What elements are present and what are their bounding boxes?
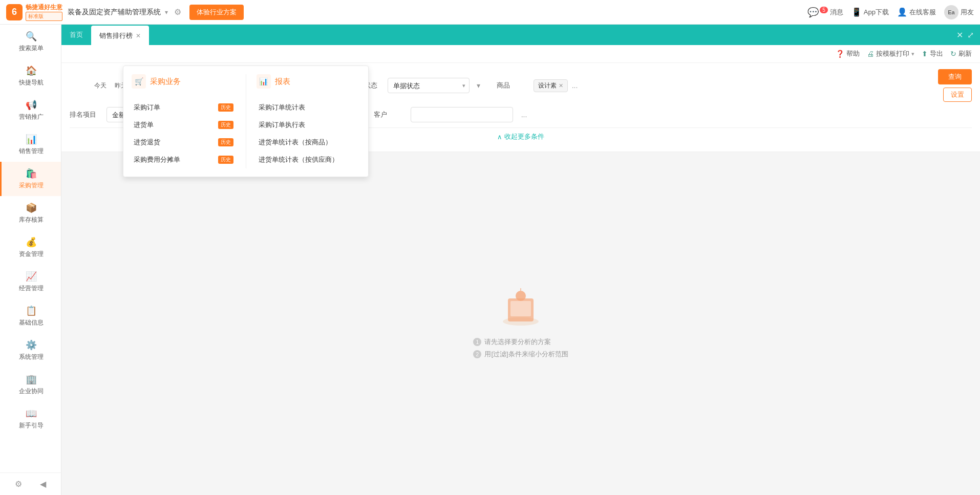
sidebar-item-purchase-label: 采购管理 (19, 181, 44, 190)
customer-input[interactable] (411, 107, 513, 122)
collapse-sidebar-icon[interactable]: ◀ (40, 479, 46, 489)
tab-home[interactable]: 首页 (61, 25, 91, 45)
dropdown-item-purchase-order[interactable]: 采购订单 历史 (132, 99, 236, 116)
svg-rect-2 (510, 301, 531, 316)
inbound-return-label: 进货退货 (134, 138, 160, 147)
purchase-header-title: 采购业务 (150, 77, 181, 87)
help-btn[interactable]: ❓ 帮助 (836, 49, 860, 58)
sidebar-item-purchase[interactable]: 🛍️ 采购管理 (0, 162, 61, 196)
empty-illustration (495, 288, 546, 331)
sidebar-item-enterprise[interactable]: 🏢 企业协同 (0, 368, 61, 402)
purchase-icon: 🛍️ (26, 168, 37, 179)
dropdown-item-inbound[interactable]: 进货单 历史 (132, 116, 236, 134)
purchase-order-history[interactable]: 历史 (218, 103, 233, 112)
header-right: 💬 5 消息 📱 App下载 👤 在线客服 Ea 用友 (807, 5, 974, 19)
purchase-order-exec-label: 采购订单执行表 (259, 120, 305, 130)
customer-dots[interactable]: ... (521, 111, 527, 119)
sidebar-item-quick-nav-label: 快捷导航 (19, 78, 44, 87)
sidebar-item-search[interactable]: 🔍 搜索菜单 (0, 25, 61, 59)
report-header-icon: 📊 (257, 74, 271, 89)
inbound-history[interactable]: 历史 (218, 121, 233, 129)
set-btn[interactable]: 设置 (943, 88, 972, 102)
refresh-btn[interactable]: ↻ 刷新 (950, 49, 972, 58)
online-service-item[interactable]: 👤 在线客服 (897, 7, 936, 17)
sales-icon: 📊 (26, 134, 37, 145)
sidebar-item-basic-info[interactable]: 📋 基础信息 (0, 299, 61, 333)
sidebar-item-guide[interactable]: 📖 新手引导 (0, 402, 61, 436)
user-name: 用友 (961, 8, 974, 17)
inventory-icon: 📦 (26, 202, 37, 213)
operations-icon: 📈 (26, 271, 37, 282)
system-title-text: 装备及固定资产辅助管理系统 (68, 8, 161, 17)
system-settings-icon[interactable]: ⚙ (174, 7, 181, 17)
home-icon: 🏠 (26, 65, 37, 76)
sidebar-item-marketing[interactable]: 📢 营销推广 (0, 93, 61, 127)
main-layout: 🔍 搜索菜单 🏠 快捷导航 📢 营销推广 📊 销售管理 🛍️ 采购管理 📦 库存… (0, 25, 980, 495)
order-status-dots[interactable]: ▾ (477, 81, 480, 90)
tip-number-1: 1 (473, 338, 481, 346)
sidebar-item-quick-nav[interactable]: 🏠 快捷导航 (0, 59, 61, 93)
inbound-return-history[interactable]: 历史 (218, 138, 233, 146)
tab-expand-icon[interactable]: ⤢ (967, 30, 974, 40)
export-btn[interactable]: ⬆ 导出 (922, 49, 943, 58)
content-area: 首页 销售排行榜 ✕ ✕ ⤢ ❓ 帮助 🖨 按模板打印 (61, 25, 980, 495)
purchase-order-label: 采购订单 (134, 103, 160, 112)
sidebar-item-marketing-label: 营销推广 (19, 113, 44, 121)
message-icon-item[interactable]: 💬 5 消息 (807, 7, 843, 18)
empty-tips: 1 请先选择要分析的方案 2 用[过滤]条件来缩小分析范围 (473, 337, 568, 359)
sidebar-item-inventory-label: 库存核算 (19, 216, 44, 224)
filter-right-btns: 查询 设置 (938, 69, 972, 102)
logo-text: 畅捷通好生意 标准版 (26, 3, 62, 21)
refresh-icon: ↻ (950, 50, 956, 58)
tab-close-all-icon[interactable]: ✕ (956, 30, 963, 40)
sidebar-item-operations-label: 经营管理 (19, 284, 44, 293)
query-btn[interactable]: 查询 (938, 69, 972, 84)
user-area[interactable]: Ea 用友 (944, 5, 974, 19)
rank-item-label: 排名项目 (70, 110, 100, 119)
tab-sales-ranking[interactable]: 销售排行榜 ✕ (91, 26, 149, 46)
sidebar-item-sales[interactable]: 📊 销售管理 (0, 127, 61, 162)
dropdown-item-inbound-stat-supplier[interactable]: 进货单统计表（按供应商） (257, 151, 360, 168)
sidebar-item-system[interactable]: ⚙️ 系统管理 (0, 333, 61, 368)
goods-tag-close[interactable]: ✕ (559, 82, 563, 89)
tab-close-icon[interactable]: ✕ (136, 32, 141, 39)
help-icon: ❓ (836, 50, 844, 58)
dropdown-item-inbound-return[interactable]: 进货退货 历史 (132, 134, 236, 151)
date-shortcut-today[interactable]: 今天 (91, 79, 110, 92)
print-btn[interactable]: 🖨 按模板打印 ▾ (867, 49, 914, 58)
empty-tip-1: 1 请先选择要分析的方案 (473, 337, 568, 347)
dropdown-item-purchase-expense[interactable]: 采购费用分摊单 历史 (132, 151, 236, 168)
customer-label: 客户 (374, 110, 404, 119)
sidebar-item-search-label: 搜索菜单 (19, 44, 44, 53)
user-avatar: Ea (944, 5, 958, 19)
settings-bottom-icon[interactable]: ⚙ (15, 479, 22, 489)
dropdown-item-purchase-order-exec[interactable]: 采购订单执行表 (257, 116, 360, 134)
goods-tag: 设计素 ✕ (534, 79, 568, 92)
dropdown-item-purchase-order-stat[interactable]: 采购订单统计表 (257, 99, 360, 116)
sidebar-item-system-label: 系统管理 (19, 353, 44, 361)
page-content: ❓ 帮助 🖨 按模板打印 ▾ ⬆ 导出 ↻ 刷新 (61, 45, 980, 495)
dropdown-item-inbound-stat-goods[interactable]: 进货单统计表（按商品） (257, 134, 360, 151)
print-dropdown-icon[interactable]: ▾ (911, 51, 914, 57)
tip-number-2: 2 (473, 350, 481, 358)
system-dropdown-icon[interactable]: ▾ (165, 9, 168, 16)
app-download-item[interactable]: 📱 App下载 (851, 7, 889, 17)
purchase-expense-history[interactable]: 历史 (218, 156, 233, 164)
report-header-title: 报表 (275, 77, 290, 87)
order-status-select[interactable]: 单据状态 (388, 78, 470, 93)
export-icon: ⬆ (922, 50, 928, 58)
top-toolbar: ❓ 帮助 🖨 按模板打印 ▾ ⬆ 导出 ↻ 刷新 (61, 45, 980, 63)
dropdown-report-column: 📊 报表 采购订单统计表 采购订单执行表 进货单统计表（按商品） 进货单统计表（… (257, 74, 360, 168)
system-title-area: 装备及固定资产辅助管理系统 ▾ ⚙ 体验行业方案 (68, 5, 807, 20)
system-icon: ⚙️ (26, 339, 37, 351)
purchase-header-icon: 🛒 (132, 74, 146, 89)
goods-dots[interactable]: ... (572, 81, 578, 90)
purchase-dropdown-menu: 🛒 采购业务 采购订单 历史 进货单 历史 进货退货 历史 (123, 66, 369, 177)
empty-tip-1-text: 请先选择要分析的方案 (484, 337, 551, 347)
dropdown-divider (246, 74, 246, 168)
sidebar-item-finance[interactable]: 💰 资金管理 (0, 230, 61, 265)
message-label: 消息 (830, 8, 843, 17)
sidebar-item-operations[interactable]: 📈 经营管理 (0, 265, 61, 299)
industry-btn[interactable]: 体验行业方案 (189, 5, 244, 20)
sidebar-item-inventory[interactable]: 📦 库存核算 (0, 196, 61, 230)
